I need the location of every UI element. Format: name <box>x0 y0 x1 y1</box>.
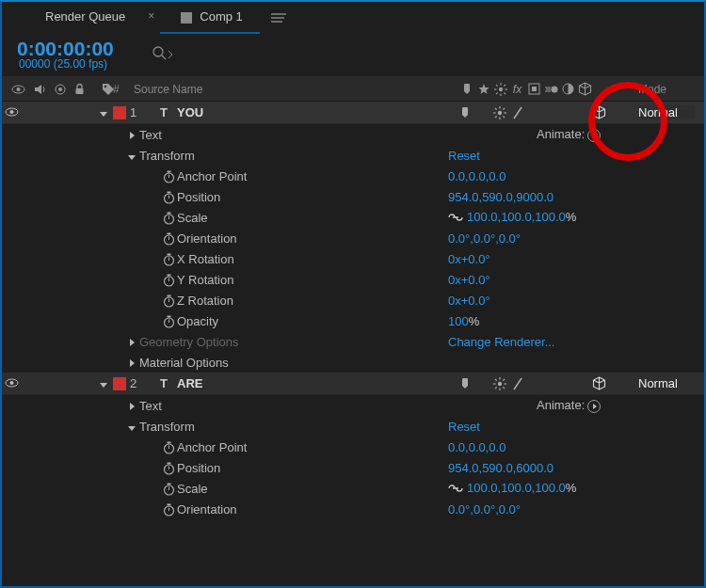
animate-button[interactable] <box>587 129 601 142</box>
prop-value[interactable]: 0x+0.0° <box>448 273 490 287</box>
stopwatch-icon[interactable] <box>160 481 177 496</box>
svg-point-11 <box>498 87 502 90</box>
motion-blur-icon[interactable] <box>544 82 558 96</box>
shy-switch[interactable] <box>457 105 472 119</box>
adjustment-icon[interactable] <box>561 82 575 96</box>
layer-color-chip[interactable] <box>113 377 126 390</box>
tab-comp[interactable]: Comp 1 <box>160 2 260 34</box>
blend-mode-select[interactable]: Normal <box>638 105 695 119</box>
fx-icon[interactable]: fx <box>510 82 524 96</box>
prop-value[interactable]: 100.0,100.0,100.0% <box>448 481 576 496</box>
svg-rect-53 <box>167 253 170 255</box>
reset-button[interactable]: Reset <box>448 149 480 163</box>
svg-rect-9 <box>76 88 84 94</box>
prop-value[interactable]: 100% <box>448 314 479 328</box>
chain-link-icon[interactable] <box>448 211 463 225</box>
layer-3d-switch[interactable] <box>592 376 606 390</box>
blend-mode-select[interactable]: Normal <box>638 376 695 390</box>
lock-header-icon[interactable] <box>74 82 85 96</box>
layer-name[interactable]: ARE <box>177 376 457 390</box>
stopwatch-icon[interactable] <box>160 189 177 204</box>
svg-rect-59 <box>167 294 170 296</box>
sun-icon[interactable] <box>493 82 507 96</box>
prop-value[interactable]: 0.0,0.0,0.0 <box>448 440 505 454</box>
prop-value[interactable]: 0x+0.0° <box>448 252 490 266</box>
column-mode[interactable]: Mode <box>638 83 704 96</box>
stopwatch-icon[interactable] <box>160 501 177 516</box>
timecode[interactable]: 0:00:00:00 <box>11 39 123 58</box>
eye-toggle[interactable] <box>2 105 21 119</box>
chain-link-icon[interactable] <box>448 482 463 496</box>
prop-value[interactable]: 0.0°,0.0°,0.0° <box>448 502 521 516</box>
svg-line-4 <box>162 56 166 59</box>
slash-switch[interactable] <box>510 105 524 119</box>
svg-rect-50 <box>167 232 170 234</box>
shy-switch[interactable] <box>457 376 472 390</box>
prop-value[interactable]: 954.0,590.0,9000.0 <box>448 190 554 204</box>
layer-row[interactable]: 1 T YOU Normal <box>2 102 704 124</box>
svg-rect-56 <box>167 274 170 276</box>
frame-blend-icon[interactable] <box>527 82 541 96</box>
twirl-layer[interactable] <box>96 376 111 390</box>
text-layer-icon: T <box>151 376 177 390</box>
text-group[interactable]: Text Animate: <box>2 395 704 416</box>
text-layer-icon: T <box>151 105 177 119</box>
geometry-options[interactable]: Geometry Options Change Renderer... <box>2 331 704 352</box>
speaker-header-icon[interactable] <box>34 82 46 96</box>
stopwatch-icon[interactable] <box>160 313 177 328</box>
stopwatch-icon[interactable] <box>160 230 177 246</box>
star-icon[interactable] <box>476 82 490 96</box>
close-icon[interactable]: × <box>142 2 160 34</box>
svg-line-35 <box>503 116 505 118</box>
stopwatch-icon[interactable] <box>160 460 177 475</box>
prop-anchor-point: Anchor Point 0.0,0.0,0.0 <box>2 166 704 186</box>
stopwatch-icon[interactable] <box>160 293 177 308</box>
column-number[interactable]: # <box>113 83 134 96</box>
svg-line-18 <box>504 85 505 87</box>
quality-switch[interactable] <box>492 376 506 390</box>
transform-group[interactable]: Transform Reset <box>2 416 704 437</box>
layer-row[interactable]: 2 T ARE Normal <box>2 373 704 395</box>
solo-header-icon[interactable] <box>55 82 66 96</box>
panel-menu-icon[interactable] <box>260 2 297 34</box>
eye-toggle[interactable] <box>2 376 21 390</box>
tab-render-queue[interactable]: Render Queue <box>28 2 142 34</box>
prop-value[interactable]: 100.0,100.0,100.0% <box>448 210 576 225</box>
prop-position: Position 954.0,590.0,6000.0 <box>2 457 704 478</box>
reset-button[interactable]: Reset <box>448 420 480 434</box>
slash-switch[interactable] <box>510 376 524 390</box>
layer-color-chip[interactable] <box>113 106 126 119</box>
comp-color-icon <box>181 12 192 24</box>
twirl-layer[interactable] <box>96 105 111 119</box>
layer-number: 2 <box>130 376 151 390</box>
time-row: 0:00:00:00 00000 (25.00 fps) <box>2 34 704 77</box>
quality-switch[interactable] <box>492 105 506 119</box>
cube-3d-icon[interactable] <box>578 82 592 96</box>
layer-3d-switch[interactable] <box>592 105 606 119</box>
material-options[interactable]: Material Options <box>2 352 704 373</box>
change-renderer-link[interactable]: Change Renderer... <box>448 335 554 349</box>
stopwatch-icon[interactable] <box>160 210 177 225</box>
svg-line-36 <box>503 108 505 110</box>
svg-rect-77 <box>167 441 170 443</box>
column-source-name[interactable]: Source Name <box>134 83 459 96</box>
prop-value[interactable]: 0.0,0.0,0.0 <box>448 169 505 183</box>
svg-line-19 <box>496 92 498 94</box>
column-header: # Source Name fx Mode <box>2 77 704 102</box>
prop-value[interactable]: 954.0,590.0,6000.0 <box>448 461 554 475</box>
stopwatch-icon[interactable] <box>160 168 177 183</box>
svg-rect-21 <box>532 87 537 91</box>
prop-value[interactable]: 0.0°,0.0°,0.0° <box>448 231 521 246</box>
animate-button[interactable] <box>587 400 601 413</box>
shy-switch-icon[interactable] <box>459 82 473 96</box>
text-group[interactable]: Text Animate: <box>2 124 704 145</box>
prop-value[interactable]: 0x+0.0° <box>448 294 490 308</box>
search-input[interactable] <box>152 44 174 60</box>
svg-rect-62 <box>167 315 170 317</box>
stopwatch-icon[interactable] <box>160 272 177 287</box>
stopwatch-icon[interactable] <box>160 251 177 266</box>
eye-header-icon[interactable] <box>11 82 25 96</box>
layer-name[interactable]: YOU <box>177 105 457 119</box>
stopwatch-icon[interactable] <box>160 439 177 454</box>
transform-group[interactable]: Transform Reset <box>2 145 704 166</box>
